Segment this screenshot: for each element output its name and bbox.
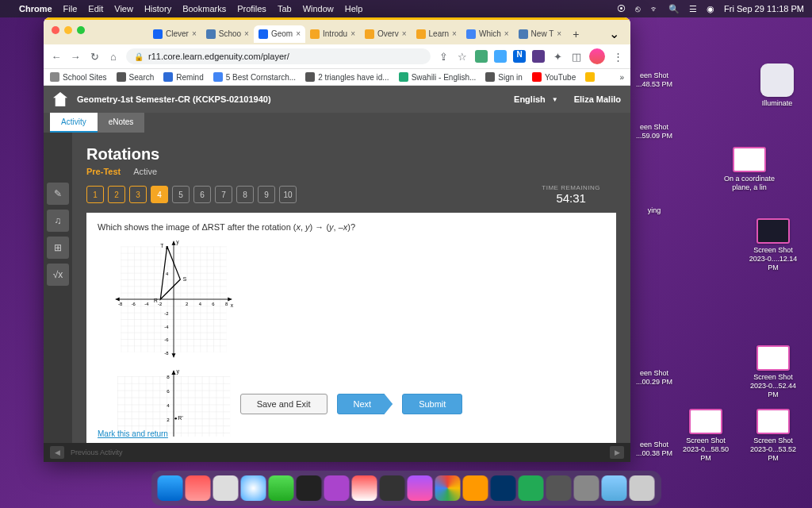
wifi-icon[interactable]: ᯤ — [650, 4, 659, 13]
next-activity-arrow[interactable]: ▶ — [610, 446, 624, 459]
dock-safari[interactable] — [241, 475, 266, 501]
question-num-9[interactable]: 9 — [258, 186, 275, 203]
menu-bookmarks[interactable]: Bookmarks — [182, 4, 226, 13]
dock-trash[interactable] — [630, 475, 655, 501]
menubar-app[interactable]: Chrome — [19, 4, 52, 13]
desktop-icon-5[interactable]: Screen Shot2023-0....12.14 PM — [745, 218, 801, 271]
dock-app2[interactable] — [380, 475, 405, 501]
close-tab-icon[interactable]: × — [557, 29, 561, 38]
control-center-icon[interactable]: ☰ — [689, 4, 697, 14]
status-icon[interactable]: ⦿ — [617, 4, 626, 13]
share-icon[interactable]: ⇪ — [437, 50, 450, 63]
question-num-7[interactable]: 7 — [215, 186, 232, 203]
star-icon[interactable]: ☆ — [456, 50, 469, 63]
dock-music[interactable] — [186, 475, 211, 501]
menu-view[interactable]: View — [114, 4, 133, 13]
dock-ai[interactable] — [463, 475, 488, 501]
bookmark-5[interactable]: Swahili - English... — [399, 72, 477, 82]
dock-tv[interactable] — [297, 475, 322, 501]
dock-app1[interactable] — [324, 475, 350, 501]
menu-file[interactable]: File — [63, 4, 78, 13]
bluetooth-icon[interactable]: ⎋ — [635, 4, 641, 13]
dock-news[interactable] — [352, 475, 377, 501]
desktop-icon-3[interactable]: On a coordinateplane, a lin — [722, 147, 777, 192]
close-tab-icon[interactable]: × — [244, 29, 249, 38]
maximize-window[interactable] — [77, 26, 85, 34]
audio-tool[interactable]: ♫ — [47, 210, 69, 232]
new-tab-button[interactable]: + — [566, 25, 585, 44]
browser-tab-5[interactable]: Learn× — [412, 25, 462, 43]
next-button[interactable]: Next — [337, 394, 393, 414]
bookmark-7[interactable]: YouTube — [532, 72, 576, 82]
question-num-2[interactable]: 2 — [108, 186, 125, 203]
pencil-tool[interactable]: ✎ — [47, 183, 69, 205]
forward-button[interactable]: → — [69, 50, 82, 63]
desktop-icon-1[interactable]: Illuminate — [749, 64, 805, 108]
submit-button[interactable]: Submit — [402, 394, 462, 414]
bookmark-3[interactable]: 5 Best Cornstarch... — [213, 72, 296, 82]
minimize-window[interactable] — [64, 26, 72, 34]
browser-tab-2[interactable]: Geom× — [254, 25, 305, 43]
save-exit-button[interactable]: Save and Exit — [240, 394, 327, 414]
ext-2[interactable] — [494, 50, 507, 63]
menu-window[interactable]: Window — [303, 4, 334, 13]
dock-app3[interactable] — [519, 475, 544, 501]
chrome-menu-icon[interactable]: ⋮ — [611, 50, 624, 63]
language-selector[interactable]: English — [514, 94, 546, 104]
question-num-1[interactable]: 1 — [86, 186, 104, 203]
question-num-5[interactable]: 5 — [172, 186, 190, 203]
siri-icon[interactable]: ◉ — [707, 4, 714, 14]
question-num-4[interactable]: 4 — [151, 186, 168, 203]
menu-profiles[interactable]: Profiles — [237, 4, 266, 13]
menubar-datetime[interactable]: Fri Sep 29 11:18 PM — [724, 4, 804, 13]
dock-settings[interactable] — [574, 475, 599, 501]
menu-tab[interactable]: Tab — [278, 4, 292, 13]
close-tab-icon[interactable]: × — [402, 29, 407, 38]
desktop-icon-7[interactable]: Screen Shot2023-0...52.44 PM — [745, 345, 801, 398]
question-num-6[interactable]: 6 — [193, 186, 211, 203]
bookmark-8[interactable] — [585, 72, 598, 82]
prev-activity-arrow[interactable]: ◀ — [50, 446, 64, 459]
browser-tab-1[interactable]: Schoo× — [201, 25, 254, 43]
dock-folder[interactable] — [602, 475, 627, 501]
browser-tab-6[interactable]: Which× — [462, 25, 514, 43]
bookmark-2[interactable]: Remind — [163, 72, 203, 82]
dock-finder[interactable] — [158, 475, 183, 501]
close-window[interactable] — [52, 26, 59, 34]
extensions-icon[interactable]: ✦ — [551, 50, 564, 63]
profile-avatar[interactable] — [589, 48, 605, 64]
dock-chrome[interactable] — [435, 475, 461, 501]
chevron-down-icon[interactable]: ▼ — [552, 96, 558, 103]
ext-3[interactable]: N — [513, 50, 526, 63]
sidepanel-icon[interactable]: ◫ — [570, 50, 583, 63]
url-field[interactable]: 🔒 r11.core.learn.edgenuity.com/player/ — [126, 48, 431, 64]
home-button[interactable]: ⌂ — [107, 50, 120, 63]
menu-history[interactable]: History — [144, 4, 171, 13]
calculator-tool[interactable]: ⊞ — [47, 237, 69, 259]
bookmark-6[interactable]: Sign in — [485, 72, 523, 82]
bookmarks-overflow-icon[interactable]: » — [619, 73, 624, 82]
mark-return-link[interactable]: Mark this and return — [98, 429, 168, 438]
dock-launchpad[interactable] — [213, 475, 239, 501]
bookmark-1[interactable]: Search — [117, 72, 155, 82]
question-num-8[interactable]: 8 — [236, 186, 254, 203]
question-num-10[interactable]: 10 — [279, 186, 297, 203]
desktop-icon-8[interactable]: een Shot...00.38 PM — [626, 441, 682, 458]
close-tab-icon[interactable]: × — [296, 29, 301, 38]
bookmark-4[interactable]: 2 triangles have id... — [305, 72, 389, 82]
browser-tab-0[interactable]: Clever× — [148, 25, 201, 43]
user-name[interactable]: Eliza Malilo — [574, 94, 621, 104]
dock-messages[interactable] — [269, 475, 294, 501]
desktop-icon-0[interactable]: een Shot...48.53 PM — [626, 71, 682, 89]
desktop-icon-10[interactable]: Screen Shot2023-0...53.52 PM — [745, 409, 801, 462]
menu-help[interactable]: Help — [345, 4, 363, 13]
close-tab-icon[interactable]: × — [192, 29, 197, 38]
desktop-icon-6[interactable]: een Shot...00.29 PM — [626, 369, 682, 387]
desktop-icon-2[interactable]: een Shot...59.09 PM — [626, 123, 682, 140]
reload-button[interactable]: ↻ — [88, 50, 101, 63]
dock-podcasts[interactable] — [408, 475, 433, 501]
browser-tab-7[interactable]: New T× — [514, 25, 567, 43]
ext-4[interactable] — [532, 50, 545, 63]
question-num-3[interactable]: 3 — [129, 186, 147, 203]
search-icon[interactable]: 🔍 — [668, 4, 680, 14]
